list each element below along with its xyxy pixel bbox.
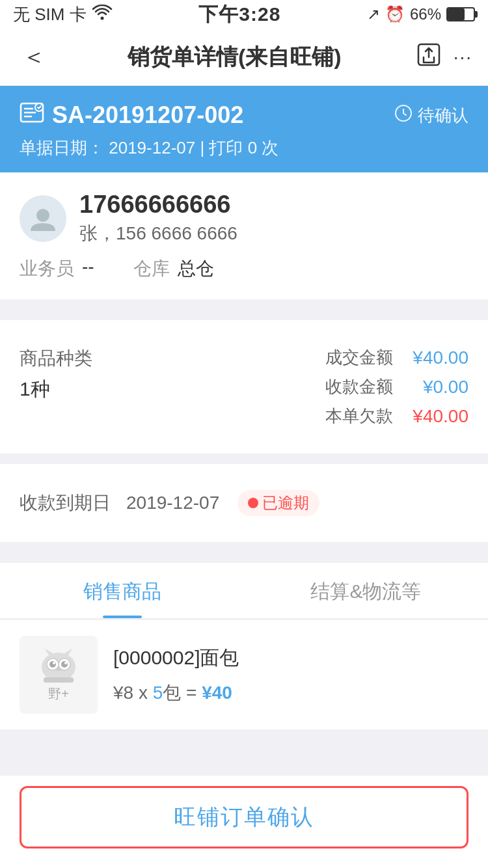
warehouse-value: 总仓	[178, 256, 214, 281]
product-total: ¥40	[202, 683, 232, 703]
svg-point-11	[53, 662, 55, 664]
summary-label-2: 本单欠款	[325, 405, 393, 427]
avatar	[20, 195, 66, 242]
overdue-dot-icon	[248, 498, 258, 508]
overdue-text: 已逾期	[262, 493, 309, 513]
order-id-row: SA-20191207-002	[20, 102, 243, 129]
summary-section: 商品种类 1种 成交金额 ¥40.00 收款金额 ¥0.00 本单欠款 ¥40.…	[0, 320, 488, 454]
due-date-section: 收款到期日 2019-12-07 已逾期	[0, 464, 488, 542]
svg-point-12	[64, 662, 67, 664]
svg-point-5	[36, 209, 49, 222]
summary-row-2: 本单欠款 ¥40.00	[325, 405, 468, 427]
page-title: 销货单详情(来自旺铺)	[52, 42, 417, 72]
price-prefix: ¥8 x	[113, 683, 153, 703]
customer-phone: 17666666666	[79, 191, 237, 219]
product-info-0: [0000002]面包 ¥8 x 5包 = ¥40	[113, 645, 468, 705]
summary-row-0: 成交金额 ¥40.00	[325, 346, 468, 369]
product-image-0: 野+	[20, 636, 98, 714]
tab-settlement[interactable]: 结算&物流等	[244, 563, 488, 618]
nav-actions: ···	[417, 43, 472, 72]
order-date: 2019-12-07	[109, 138, 195, 157]
share-icon[interactable]	[417, 43, 441, 72]
product-type-value: 1种	[20, 376, 92, 403]
status-bar: 无 SIM 卡 下午3:28 ↗ ⏰ 66%	[0, 0, 488, 29]
divider-1	[0, 310, 488, 320]
divider-2	[0, 552, 488, 563]
order-status: 待确认	[394, 104, 468, 127]
status-text: 待确认	[418, 104, 468, 127]
summary-value-2: ¥40.00	[403, 406, 468, 427]
overdue-badge: 已逾期	[237, 490, 319, 516]
due-date-value: 2019-12-07	[126, 493, 219, 513]
svg-point-9	[49, 661, 56, 668]
carrier-label: 无 SIM 卡	[13, 3, 87, 26]
customer-top: 17666666666 张，156 6666 6666	[20, 191, 468, 246]
summary-label-0: 成交金额	[325, 346, 393, 369]
customer-name: 张，156 6666 6666	[79, 221, 237, 246]
salesman-value: --	[82, 256, 94, 281]
battery-percent: 66%	[410, 5, 441, 23]
bottom-bar: 旺铺订单确认	[0, 775, 488, 868]
status-left: 无 SIM 卡	[13, 3, 113, 26]
customer-section: 17666666666 张，156 6666 6666 业务员 -- 仓库 总仓	[0, 172, 488, 299]
battery-icon	[446, 7, 475, 21]
summary-value-1: ¥0.00	[403, 377, 468, 398]
price-unit: 包	[163, 683, 181, 703]
summary-left: 商品种类 1种	[20, 346, 92, 403]
status-time: 下午3:28	[198, 1, 280, 28]
summary-label-1: 收款金额	[325, 375, 393, 398]
svg-rect-16	[44, 677, 74, 683]
date-label: 单据日期：	[20, 138, 104, 157]
tab-sales-products[interactable]: 销售商品	[0, 563, 244, 618]
due-date-label: 收款到期日	[20, 491, 111, 515]
order-header: SA-20191207-002 待确认 单据日期： 2019-12-07 | 打…	[0, 86, 488, 172]
customer-meta: 业务员 -- 仓库 总仓	[20, 256, 468, 281]
svg-point-10	[61, 661, 68, 668]
svg-marker-14	[45, 649, 54, 655]
back-button[interactable]: ＜	[16, 34, 52, 79]
tabs-container: 销售商品 结算&物流等	[0, 563, 488, 619]
owl-icon	[36, 647, 81, 688]
status-clock-icon	[394, 104, 413, 127]
warehouse-label: 仓库	[133, 256, 170, 281]
confirm-order-button[interactable]: 旺铺订单确认	[20, 786, 468, 848]
date-separator: |	[200, 138, 209, 157]
summary-row-1: 收款金额 ¥0.00	[325, 375, 468, 398]
product-qty: 5	[153, 683, 163, 703]
summary-right: 成交金额 ¥40.00 收款金额 ¥0.00 本单欠款 ¥40.00	[325, 346, 468, 427]
owl-plus-icon: 野+	[48, 685, 69, 703]
product-name-0: [0000002]面包	[113, 645, 468, 671]
product-img-placeholder: 野+	[20, 636, 98, 714]
location-icon: ↗	[367, 5, 380, 23]
customer-info: 17666666666 张，156 6666 6666	[79, 191, 237, 246]
order-id-icon	[20, 102, 44, 129]
print-info: 打印 0 次	[209, 138, 278, 157]
price-equals: =	[181, 683, 202, 703]
svg-marker-15	[63, 649, 72, 655]
warehouse-item: 仓库 总仓	[133, 256, 214, 281]
nav-bar: ＜ 销货单详情(来自旺铺) ···	[0, 29, 488, 86]
product-list: 野+ [0000002]面包 ¥8 x 5包 = ¥40	[0, 620, 488, 730]
order-id-text: SA-20191207-002	[52, 102, 243, 129]
product-item-0: 野+ [0000002]面包 ¥8 x 5包 = ¥40	[0, 620, 488, 730]
summary-value-0: ¥40.00	[403, 347, 468, 368]
salesman-label: 业务员	[20, 256, 74, 281]
wifi-icon	[92, 5, 113, 25]
product-type-label: 商品种类	[20, 346, 92, 371]
product-price-row-0: ¥8 x 5包 = ¥40	[113, 681, 468, 705]
salesman-item: 业务员 --	[20, 256, 94, 281]
status-right: ↗ ⏰ 66%	[367, 5, 475, 23]
more-icon[interactable]: ···	[454, 47, 472, 68]
alarm-icon: ⏰	[385, 5, 405, 23]
svg-point-0	[100, 16, 103, 20]
order-date-row: 单据日期： 2019-12-07 | 打印 0 次	[20, 137, 468, 159]
